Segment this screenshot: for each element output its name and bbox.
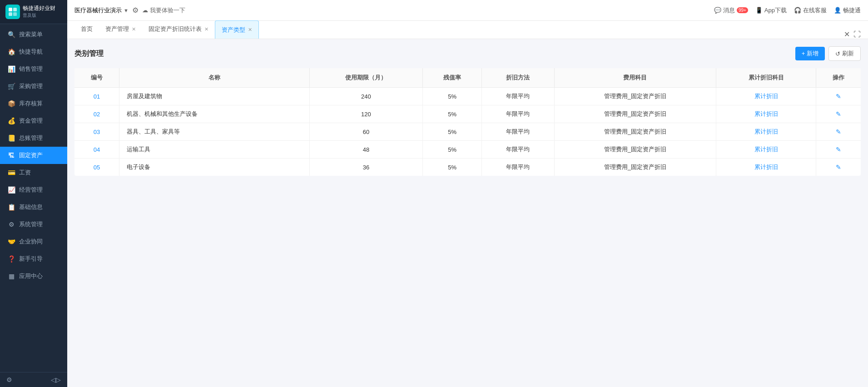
tab-depreciation-table[interactable]: 固定资产折旧统计表✕ [142,20,215,39]
phone-icon: 📱 [755,7,763,14]
topbar-app-name: 医疗器械行业演示 [74,6,122,15]
table-cell: 管理费用_固定资产折旧 [554,159,716,176]
business-icon: 📈 [7,186,15,194]
table-cell: 运输工具 [119,141,309,159]
tab-asset-mgmt[interactable]: 资产管理✕ [99,20,142,39]
app-download-btn[interactable]: 📱 App下载 [755,6,787,15]
topbar-right: 💬 消息 99+ 📱 App下载 🎧 在线客服 👤 畅捷通 [714,6,861,15]
sidebar-item-search[interactable]: 🔍 搜索菜单 [0,26,67,43]
sidebar-item-system[interactable]: ⚙ 系统管理 [0,216,67,233]
sidebar-item-label: 工资 [19,169,31,177]
sidebar-item-business[interactable]: 📈 经营管理 [0,181,67,198]
table-cell: 累计折旧 [716,159,816,176]
sidebar-logo: 畅捷通好业财 普及版 [0,0,67,24]
table-container: 编号名称使用期限（月）残值率折旧方法费用科目累计折旧科目操作 01房屋及建筑物2… [74,68,861,176]
collapse-icon[interactable]: ◁▷ [51,376,61,383]
sidebar-item-fixed-assets[interactable]: 🏗 固定资产 [0,147,67,164]
table-cell: 年限平均 [481,159,554,176]
action-cell[interactable]: ✎ [816,88,861,105]
tab-label: 固定资产折旧统计表 [149,25,202,33]
sidebar-item-basic-info[interactable]: 📋 基础信息 [0,198,67,216]
expand-tab-icon[interactable]: ⛶ [853,30,861,39]
sales-icon: 📊 [7,65,15,73]
user-info[interactable]: 👤 畅捷通 [834,6,861,15]
table-row: 04运输工具485%年限平均管理费用_固定资产折旧累计折旧✎ [74,141,861,159]
search-icon: 🔍 [7,30,15,39]
svg-rect-0 [9,8,12,11]
asset-type-table: 编号名称使用期限（月）残值率折旧方法费用科目累计折旧科目操作 01房屋及建筑物2… [74,68,861,176]
sidebar-item-funds[interactable]: 💰 资金管理 [0,112,67,129]
table-cell: 累计折旧 [716,88,816,105]
table-cell: 电子设备 [119,159,309,176]
table-cell: 年限平均 [481,123,554,141]
cooperation-icon: 🤝 [7,238,15,246]
app-name-dropdown[interactable]: 医疗器械行业演示 ▼ [74,6,129,15]
table-cell: 5% [423,123,482,141]
funds-icon: 💰 [7,117,15,125]
new-btn[interactable]: + 新增 [795,47,825,60]
topbar-settings-icon[interactable]: ⚙ [132,6,139,15]
action-cell[interactable]: ✎ [816,141,861,159]
table-row: 05电子设备365%年限平均管理费用_固定资产折旧累计折旧✎ [74,159,861,176]
basic-info-icon: 📋 [7,203,15,211]
table-cell: 120 [309,105,423,123]
sidebar: 畅捷通好业财 普及版 🔍 搜索菜单🏠 快捷导航📊 销售管理🛒 采购管理📦 库存核… [0,0,67,387]
tab-home[interactable]: 首页 [74,20,99,39]
message-icon: 💬 [714,7,721,14]
svg-rect-3 [13,12,17,16]
tab-close-icon[interactable]: ✕ [132,26,136,32]
main-content: 医疗器械行业演示 ▼ ⚙ ☁ 我要体验一下 💬 消息 99+ 📱 App下载 🎧… [67,0,868,387]
service-icon: 🎧 [794,7,801,14]
sidebar-item-inventory[interactable]: 📦 库存核算 [0,95,67,112]
settings-icon[interactable]: ⚙ [6,376,12,383]
col-header: 操作 [816,68,861,88]
table-cell: 05 [74,159,119,176]
tabbar: 首页资产管理✕固定资产折旧统计表✕资产类型✕ ✕ ⛶ [67,21,868,39]
table-cell: 器具、工具、家具等 [119,123,309,141]
table-cell: 累计折旧 [716,105,816,123]
tabbar-actions: ✕ ⛶ [844,30,861,39]
table-cell: 房屋及建筑物 [119,88,309,105]
action-cell[interactable]: ✎ [816,123,861,141]
sidebar-item-sales[interactable]: 📊 销售管理 [0,60,67,78]
app-name: 畅捷通好业财 [23,5,55,12]
table-cell: 管理费用_固定资产折旧 [554,105,716,123]
table-cell: 36 [309,159,423,176]
sidebar-item-label: 库存核算 [19,99,43,108]
table-cell: 60 [309,123,423,141]
page-header: 类别管理 + 新增 ↺ 刷新 [74,46,861,61]
message-btn[interactable]: 💬 消息 99+ [714,6,748,15]
tab-asset-type[interactable]: 资产类型✕ [215,20,259,39]
sidebar-item-label: 销售管理 [19,65,43,73]
table-row: 02机器、机械和其他生产设备1205%年限平均管理费用_固定资产折旧累计折旧✎ [74,105,861,123]
sidebar-item-label: 新手引导 [19,255,43,263]
page-title: 类别管理 [74,49,104,59]
sidebar-item-quick-nav[interactable]: 🏠 快捷导航 [0,43,67,60]
sidebar-item-purchase[interactable]: 🛒 采购管理 [0,78,67,95]
sidebar-item-guide[interactable]: ❓ 新手引导 [0,250,67,268]
refresh-icon: ↺ [835,50,840,57]
table-cell: 累计折旧 [716,141,816,159]
table-cell: 年限平均 [481,105,554,123]
refresh-btn[interactable]: ↺ 刷新 [828,46,861,61]
table-cell: 管理费用_固定资产折旧 [554,88,716,105]
sidebar-item-general-ledger[interactable]: 📒 总账管理 [0,129,67,147]
experience-btn[interactable]: ☁ 我要体验一下 [142,6,185,15]
action-cell[interactable]: ✎ [816,159,861,176]
table-cell: 48 [309,141,423,159]
action-cell[interactable]: ✎ [816,105,861,123]
sidebar-item-cooperation[interactable]: 🤝 企业协同 [0,233,67,250]
sidebar-item-label: 经营管理 [19,186,43,194]
user-avatar-icon: 👤 [834,7,841,14]
close-tab-icon[interactable]: ✕ [844,30,850,39]
tab-close-icon[interactable]: ✕ [248,27,252,33]
sidebar-item-label: 固定资产 [19,151,43,159]
online-service-btn[interactable]: 🎧 在线客服 [794,6,827,15]
general-ledger-icon: 📒 [7,134,15,142]
guide-icon: ❓ [7,255,15,263]
sidebar-item-payroll[interactable]: 💳 工资 [0,164,67,181]
table-cell: 管理费用_固定资产折旧 [554,141,716,159]
tab-label: 资产管理 [105,25,129,33]
sidebar-item-app-center[interactable]: ▦ 应用中心 [0,268,67,285]
tab-close-icon[interactable]: ✕ [204,26,208,32]
